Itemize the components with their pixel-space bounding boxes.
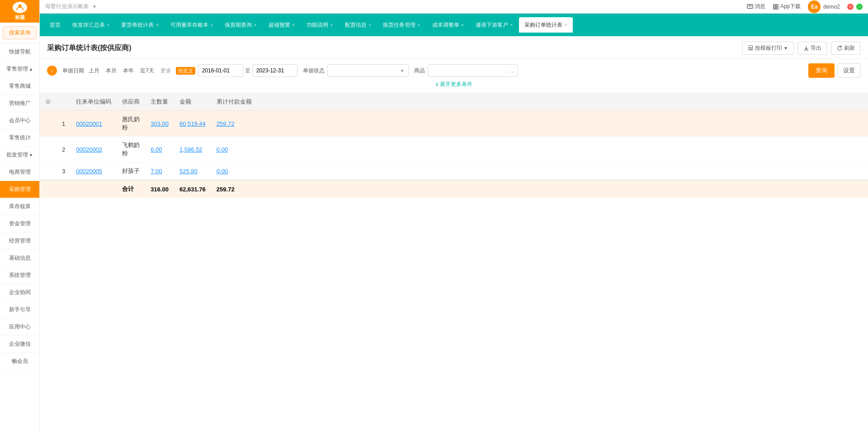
close-purchase-summary-icon[interactable]: × [564,22,567,28]
win-close-button[interactable]: × [847,4,854,10]
goods-input[interactable] [428,65,508,76]
sidebar-item-purchase[interactable]: 采购管理 [0,181,39,198]
close-order-summary-icon[interactable]: × [156,22,158,28]
tab-warranty-query[interactable]: 保质期查询 × [219,17,262,33]
tab-order-summary[interactable]: 要货单统计表 × [116,17,164,33]
date-shortcut-more[interactable]: 更多 [159,66,173,76]
sidebar-item-new-guide[interactable]: 新手引导 [0,301,39,319]
row-gear-cell [40,162,57,181]
date-from-input[interactable] [198,64,243,77]
date-filter-label: 单据日期 [62,67,84,75]
print-button[interactable]: 按模板打印 ▼ [742,42,794,55]
filter-toggle-button[interactable]: › [47,66,57,76]
row-main-qty-cell[interactable]: 303.00 [145,111,174,137]
sidebar-item-wholesale[interactable]: 批发管理 ▼ [0,147,39,164]
sidebar-item-app-center[interactable]: 应用中心 [0,319,39,336]
export-button[interactable]: 导出 [797,42,827,55]
row-paid-amount-cell[interactable]: 0.00 [211,137,257,162]
settings-button[interactable]: 设置 [837,63,861,78]
date-shortcut-this-month[interactable]: 本月 [104,66,118,76]
date-shortcut-7days[interactable]: 近7天 [138,66,156,76]
tab-receive-summary[interactable]: 收发存汇总表 × [67,17,115,33]
close-cost-adjust-icon[interactable]: × [461,22,464,28]
wholesale-arrow-icon: ▼ [29,153,33,157]
app-header-left: 母婴行业演示账表 ▼ [45,3,97,10]
logo-text: 标题 [15,14,25,21]
expand-filters-button[interactable]: ⊻ 展开更多条件 [435,81,472,88]
tab-pick-task[interactable]: 拣货任务管理 × [377,17,425,33]
row-unit-code-cell[interactable]: 00020005 [71,162,117,181]
close-config-info-icon[interactable]: × [368,22,371,28]
sidebar-item-operations[interactable]: 经营管理 [0,233,39,250]
sidebar-item-system[interactable]: 系统管理 [0,267,39,284]
win-maximize-button[interactable]: □ [856,4,863,10]
status-select[interactable]: ▼ [327,64,409,77]
refresh-button[interactable]: 刷新 [831,42,861,55]
app-download-icon [773,4,779,10]
row-paid-amount-cell[interactable]: 0.00 [211,162,257,181]
date-to-input[interactable] [252,64,297,77]
goods-more-icon[interactable]: ... [508,67,518,74]
close-available-stock-icon[interactable]: × [210,22,213,28]
date-shortcut-this-year[interactable]: 本年 [121,66,136,76]
filter-expand-row: ⊻ 展开更多条件 [47,81,861,88]
close-overstock-warning-icon[interactable]: × [292,22,295,28]
row-unit-code-cell[interactable]: 00020001 [71,111,117,137]
row-amount-cell[interactable]: 60,519.44 [174,111,211,137]
app-download-button[interactable]: App下载 [773,3,801,10]
col-paid-amount: 累计付款金额 [211,93,257,111]
sidebar-item-basic-info[interactable]: 基础信息 [0,250,39,267]
col-spacer [257,93,868,111]
query-button[interactable]: 查询 [808,63,835,78]
message-button[interactable]: 消息 [747,3,765,10]
row-supplier-cell: 飞鹤奶粉 [117,137,145,162]
row-unit-code-cell[interactable]: 00020002 [71,137,117,162]
industry-dropdown-icon[interactable]: ▼ [92,4,97,9]
close-pick-task-icon[interactable]: × [417,22,420,28]
user-info[interactable]: Ea demo2 [808,0,840,13]
sidebar-item-retail-store[interactable]: 零售商城 [0,78,39,95]
tab-available-stock[interactable]: 可用量库存账本 × [165,17,218,33]
row-main-qty-cell[interactable]: 6.00 [145,137,174,162]
row-amount-cell[interactable]: 1,586.52 [174,137,211,162]
tab-overstock-warning[interactable]: 超储预警 × [263,17,300,33]
tab-purchase-summary[interactable]: 采购订单统计表 × [519,17,572,33]
sidebar-item-finance[interactable]: 资金管理 [0,215,39,233]
custom-date-badge[interactable]: 自定义 [176,67,195,75]
row-supplier-cell: 好孩子 [117,162,145,181]
close-invite-downstream-icon[interactable]: × [510,22,513,28]
table-row: 2 00020002 飞鹤奶粉 6.00 1,586.52 0.00 [40,137,868,162]
row-index-cell: 1 [57,111,71,137]
close-warranty-query-icon[interactable]: × [254,22,256,28]
sidebar-item-inventory[interactable]: 库存核算 [0,198,39,215]
sidebar-item-marketing[interactable]: 营销推广 [0,95,39,112]
tab-func-desc[interactable]: 功能说明 × [301,17,338,33]
close-func-desc-icon[interactable]: × [330,22,333,28]
search-menu-button[interactable]: 搜索菜单 [3,26,37,39]
tab-home[interactable]: 首页 [44,17,66,33]
sidebar-item-ecommerce[interactable]: 电商管理 [0,164,39,181]
row-paid-amount-cell[interactable]: 259.72 [211,111,257,137]
app-header: 母婴行业演示账表 ▼ 消息 App下载 [40,0,868,14]
close-receive-summary-icon[interactable]: × [107,22,109,28]
tab-cost-adjust[interactable]: 成本调整单 × [427,17,469,33]
sidebar-item-retail-stat[interactable]: 零售统计 [0,129,39,147]
tab-config-info[interactable]: 配置信息 × [340,17,377,33]
sidebar-item-enterprise[interactable]: 企业协同 [0,284,39,301]
date-shortcut-last-month[interactable]: 上月 [87,66,101,76]
sidebar-item-retail[interactable]: 零售管理 ▲ [0,61,39,78]
sidebar-item-enterprise-wechat[interactable]: 企业微信 [0,336,39,353]
footer-paid-amount: 259.72 [211,180,257,198]
sidebar-item-quick-nav[interactable]: 快捷导航 [0,43,39,61]
row-amount-cell[interactable]: 525.80 [174,162,211,181]
svg-rect-2 [774,4,775,6]
footer-label: 合计 [117,180,145,198]
row-main-qty-cell[interactable]: 7.00 [145,162,174,181]
print-dropdown-icon[interactable]: ▼ [783,46,788,51]
table-header-row: ⚙ 往来单位编码 供应商 主数量 金额 累计付款金额 [40,93,868,111]
sidebar-item-vip-member[interactable]: 畅会员 [0,353,39,370]
table-gear-icon[interactable]: ⚙ [45,98,51,105]
footer-main-qty: 316.00 [145,180,174,198]
sidebar-item-member[interactable]: 会员中心 [0,112,39,129]
tab-invite-downstream[interactable]: 邀请下游客户 × [470,17,518,33]
